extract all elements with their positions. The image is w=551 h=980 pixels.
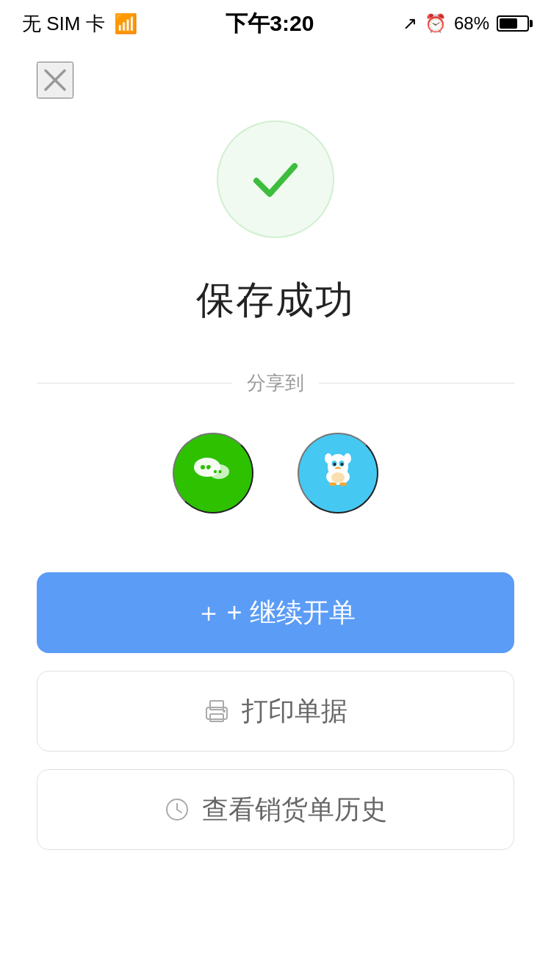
print-icon (204, 698, 230, 724)
svg-line-26 (177, 810, 181, 813)
status-right: ↗ ⏰ 68% (403, 13, 529, 34)
svg-point-3 (201, 465, 205, 469)
location-icon: ↗ (403, 13, 417, 34)
status-bar: 无 SIM 卡 📶 下午3:20 ↗ ⏰ 68% (0, 0, 551, 47)
history-button[interactable]: 查看销货单历史 (37, 769, 514, 850)
close-button[interactable] (37, 62, 73, 98)
checkmark-icon (246, 150, 305, 209)
svg-point-23 (223, 710, 226, 713)
svg-point-11 (334, 463, 336, 466)
status-left: 无 SIM 卡 📶 (22, 11, 137, 37)
share-icons-row (173, 433, 378, 514)
share-divider: 分享到 (37, 370, 514, 396)
continue-order-label: + 继续开单 (226, 595, 355, 631)
svg-point-15 (331, 472, 345, 483)
svg-point-18 (325, 453, 332, 464)
svg-point-6 (214, 470, 217, 473)
print-label: 打印单据 (242, 693, 347, 729)
svg-rect-21 (210, 701, 223, 710)
battery-icon (497, 15, 529, 32)
wechat-icon (191, 447, 235, 500)
success-title: 保存成功 (196, 275, 355, 326)
close-icon (43, 68, 68, 93)
print-button[interactable]: 打印单据 (37, 671, 514, 752)
wechat-share-button[interactable] (173, 433, 253, 514)
continue-order-button[interactable]: ＋ + 继续开单 (37, 572, 514, 653)
history-label: 查看销货单历史 (202, 792, 387, 828)
main-content: 保存成功 分享到 (0, 47, 551, 850)
divider-right (319, 383, 514, 383)
svg-point-19 (344, 453, 351, 464)
battery-percent: 68% (454, 13, 489, 34)
wifi-icon: 📶 (114, 12, 137, 35)
qq-icon (315, 446, 361, 500)
svg-point-12 (341, 463, 344, 466)
svg-point-7 (218, 470, 221, 473)
svg-rect-22 (210, 714, 223, 721)
plus-icon: ＋ (195, 595, 222, 631)
divider-left (37, 383, 232, 383)
history-icon (164, 796, 190, 823)
share-label: 分享到 (247, 370, 304, 396)
sim-label: 无 SIM 卡 (22, 11, 105, 37)
success-circle (217, 120, 334, 238)
svg-point-16 (329, 483, 336, 486)
action-buttons: ＋ + 继续开单 打印单据 (37, 572, 514, 850)
qq-share-button[interactable] (298, 433, 378, 514)
status-time: 下午3:20 (226, 9, 314, 39)
svg-point-17 (339, 483, 347, 486)
alarm-icon: ⏰ (425, 13, 447, 34)
